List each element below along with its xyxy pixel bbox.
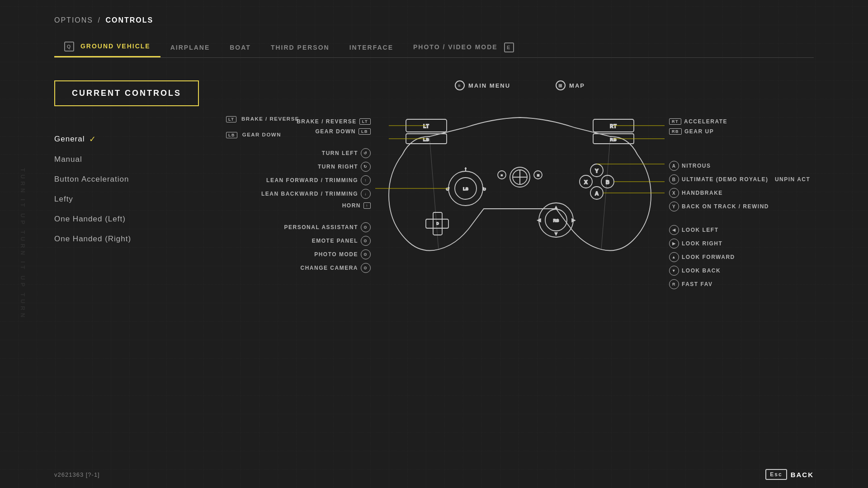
breadcrumb-separator: / — [98, 16, 100, 24]
rs-click-badge: R — [669, 279, 679, 289]
svg-text:↻: ↻ — [482, 187, 486, 192]
svg-text:A: A — [595, 191, 599, 196]
look-back-label: ▼ LOOK BACK — [669, 266, 850, 276]
svg-text:▶: ▶ — [572, 218, 575, 222]
preset-general-label: General — [54, 135, 85, 144]
svg-text:RB: RB — [610, 137, 617, 142]
svg-text:≡: ≡ — [501, 174, 503, 177]
handbrake-label: X HANDBRAKE — [669, 188, 850, 198]
back-label: BACK — [791, 471, 814, 479]
controller-area: ≡ MAIN MENU ⊞ MAP — [226, 80, 814, 313]
rt-badge: RT — [669, 118, 681, 125]
svg-text:B: B — [606, 179, 609, 185]
svg-text:LS: LS — [463, 187, 468, 191]
map-icon: ⊞ — [556, 80, 566, 90]
lb-badge2: LB — [359, 128, 371, 135]
tab-key-q: Q — [64, 42, 74, 52]
turn-left-label: TURN LEFT ↺ — [235, 148, 371, 158]
gear-down-label: GEAR DOWN LB — [235, 128, 371, 135]
breadcrumb-current: CONTROLS — [105, 16, 153, 24]
b-badge: B — [669, 174, 679, 184]
photo-mode-label: PHOTO MODE ⊙ — [235, 249, 371, 259]
svg-text:LT: LT — [423, 124, 429, 129]
look-left-label: ◀ LOOK LEFT — [669, 225, 850, 235]
gear-up-label: RB GEAR UP — [669, 128, 850, 135]
view-badge2: ⊙ — [361, 236, 371, 246]
view-badge: ⊙ — [361, 222, 371, 232]
fast-fav-label: R FAST FAV — [669, 279, 850, 289]
left-panel: CURRENT CONTROLS General ✓ Manual Button… — [54, 80, 199, 313]
tab-interface[interactable]: INTERFACE — [340, 39, 403, 56]
preset-manual[interactable]: Manual — [54, 150, 199, 169]
svg-text:↺: ↺ — [446, 187, 449, 192]
tab-airplane[interactable]: AIRPLANE — [160, 39, 220, 56]
ls-badge2: ↻ — [361, 162, 371, 172]
current-controls-button[interactable]: CURRENT CONTROLS — [54, 80, 199, 106]
tab-photo-video[interactable]: PHOTO / VIDEO MODE E — [403, 38, 524, 57]
top-menu-buttons: ≡ MAIN MENU ⊞ MAP — [226, 80, 814, 90]
change-camera-label: CHANGE CAMERA ⊙ — [235, 263, 371, 273]
svg-text:◀: ◀ — [538, 218, 541, 222]
tab-ground-vehicle[interactable]: Q GROUND VEHICLE — [54, 37, 160, 57]
preset-one-handed-left[interactable]: One Handed (Left) — [54, 209, 199, 229]
svg-text:D: D — [436, 222, 439, 225]
main-menu-button: ≡ MAIN MENU — [455, 80, 510, 90]
y-badge: Y — [669, 202, 679, 211]
svg-text:Y: Y — [595, 168, 599, 174]
back-on-track-label: Y BACK ON TRACK / REWIND — [669, 202, 850, 211]
controller-diagram: LT LB RT RB LS — [226, 96, 814, 313]
map-label: MAP — [569, 82, 585, 89]
preset-one-handed-right[interactable]: One Handed (Right) — [54, 229, 199, 249]
ls-badge: ↺ — [361, 148, 371, 158]
look-forward-label: ▲ LOOK FORWARD — [669, 252, 850, 262]
page-layout: CURRENT CONTROLS General ✓ Manual Button… — [54, 80, 814, 313]
bottom-bar: v2621363 [?-1] Esc BACK — [0, 461, 868, 488]
preset-lefty[interactable]: Lefty — [54, 189, 199, 209]
rb-badge: RB — [669, 128, 682, 135]
lt-badge2: LT — [359, 118, 371, 125]
control-preset-list: General ✓ Manual Button Acceleration Lef… — [54, 129, 199, 249]
personal-assistant-label: PERSONAL ASSISTANT ⊙ — [235, 222, 371, 232]
rs-down-badge: ▼ — [669, 266, 679, 276]
turn-right-label: TURN RIGHT ↻ — [235, 162, 371, 172]
svg-text:▼: ▼ — [554, 231, 558, 236]
svg-text:↑: ↑ — [465, 166, 467, 171]
view-badge3: ⊙ — [361, 249, 371, 259]
x-badge: X — [669, 188, 679, 198]
main-menu-icon: ≡ — [455, 80, 465, 90]
controller-svg: LT LB RT RB LS — [375, 100, 665, 272]
view-badge4: ⊙ — [361, 263, 371, 273]
svg-text:RS: RS — [553, 218, 559, 223]
breadcrumb-options: OPTIONS — [54, 16, 93, 24]
version-text: v2621363 [?-1] — [54, 471, 100, 478]
tab-third-person[interactable]: THIRD PERSON — [261, 39, 340, 56]
svg-text:⊞: ⊞ — [537, 174, 539, 177]
nitrous-label: A NITROUS — [669, 161, 850, 171]
a-badge: A — [669, 161, 679, 171]
look-right-label: ▶ LOOK RIGHT — [669, 239, 850, 249]
svg-text:LB: LB — [423, 137, 429, 142]
preset-button-acceleration[interactable]: Button Acceleration — [54, 169, 199, 189]
ultimate-label: B ULTIMATE (DEMO ROYALE) UNPIN ACT — [669, 174, 850, 184]
selected-checkmark: ✓ — [89, 134, 96, 144]
breadcrumb: OPTIONS / CONTROLS — [54, 0, 814, 24]
rs-left-badge: ◀ — [669, 225, 679, 235]
svg-text:RT: RT — [610, 124, 617, 129]
horn-label: HORN ↑ — [235, 202, 371, 209]
brake-label: BRAKE / REVERSE LT — [235, 118, 371, 125]
tab-boat[interactable]: BOAT — [220, 39, 261, 56]
l-badge: ↑ — [361, 175, 371, 185]
preset-general[interactable]: General ✓ — [54, 129, 199, 150]
right-side-labels: RT ACCELERATE RB GEAR UP A NITROUS B UL — [669, 118, 850, 289]
tab-key-e: E — [504, 42, 514, 52]
map-button: ⊞ MAP — [556, 80, 585, 90]
accelerate-label: RT ACCELERATE — [669, 118, 850, 125]
back-button[interactable]: Esc BACK — [765, 469, 814, 480]
lean-backward-label: LEAN BACKWARD / TRIMMING ↓ — [235, 189, 371, 199]
svg-text:▲: ▲ — [554, 205, 558, 210]
svg-text:X: X — [584, 179, 588, 185]
tabs-bar: Q GROUND VEHICLE AIRPLANE BOAT THIRD PER… — [54, 37, 814, 58]
left-side-labels: BRAKE / REVERSE LT GEAR DOWN LB TURN LEF… — [235, 118, 371, 273]
l-badge2: ↓ — [361, 189, 371, 199]
rs-up-badge: ▲ — [669, 252, 679, 262]
